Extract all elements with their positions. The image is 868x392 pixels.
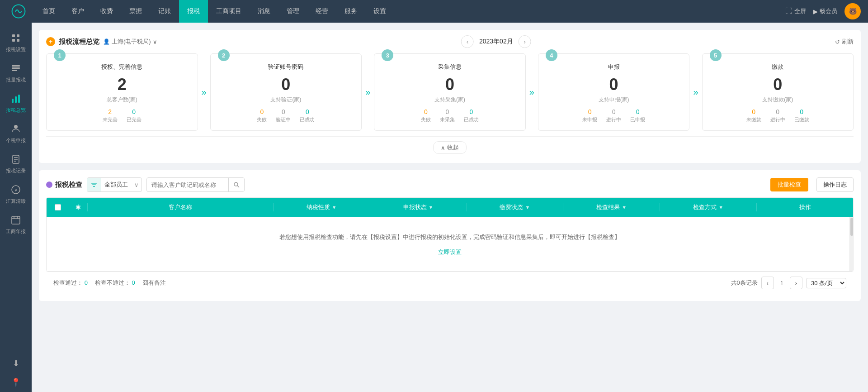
flow-card-1-sub: 总客户数(家) bbox=[54, 96, 190, 104]
search-button[interactable] bbox=[228, 178, 244, 191]
table-scrollbar[interactable] bbox=[849, 217, 853, 271]
flow-card-5-stats: 0 未缴款 0 进行中 0 已缴款 bbox=[710, 108, 846, 123]
svg-rect-2 bbox=[17, 34, 19, 37]
flow-card-5-stat-0[interactable]: 0 未缴款 bbox=[746, 108, 761, 123]
nav-business[interactable]: 工商项目 bbox=[208, 0, 250, 23]
flow-section-title: 报税流程总览 bbox=[59, 38, 99, 46]
search-input[interactable] bbox=[147, 182, 228, 188]
nav-service[interactable]: 服务 bbox=[336, 0, 365, 23]
employee-filter-chevron-icon[interactable]: ∨ bbox=[132, 178, 142, 191]
flow-card-3-stat-1[interactable]: 0 未采集 bbox=[440, 108, 455, 123]
nav-operation[interactable]: 经营 bbox=[307, 0, 336, 23]
sidebar-item-tax-settings[interactable]: 报税设置 bbox=[0, 27, 32, 57]
avatar[interactable]: 🐻 bbox=[844, 3, 861, 19]
flow-card-4-stat-2[interactable]: 0 已申报 bbox=[630, 108, 645, 123]
flow-card-4-stats: 0 未申报 0 进行中 0 已申报 bbox=[546, 108, 682, 123]
annual-report-icon bbox=[9, 214, 22, 226]
flow-card-4-badge: 4 bbox=[546, 49, 557, 61]
sidebar-bottom: ⬇ 📍 bbox=[0, 354, 32, 392]
flow-card-2-num: 0 bbox=[218, 75, 354, 94]
footer-note-badge: 囧有备注 bbox=[142, 279, 166, 287]
sidebar-item-annual-report[interactable]: 工商年报 bbox=[0, 209, 32, 239]
settlement-icon: ¥ bbox=[9, 183, 22, 196]
nav-client[interactable]: 客户 bbox=[63, 0, 92, 23]
download-icon: ⬇ bbox=[13, 359, 19, 368]
prev-month-btn[interactable]: ‹ bbox=[461, 35, 474, 48]
th-check-method[interactable]: 检查方式 ▼ bbox=[660, 203, 756, 211]
flow-card-1-stat-0[interactable]: 2 未完善 bbox=[103, 108, 118, 123]
next-month-btn[interactable]: › bbox=[519, 35, 531, 48]
table-body: 若您想使用报税检查功能，请先在【报税设置】中进行报税的初始化设置，完成密码验证和… bbox=[47, 217, 853, 271]
th-tax-nature[interactable]: 纳税性质 ▼ bbox=[273, 203, 370, 211]
flow-card-5-sub: 支持缴款(家) bbox=[710, 96, 846, 104]
flow-card-1-stat-1[interactable]: 0 已完善 bbox=[127, 108, 142, 123]
flow-card-3-sub: 支持采集(家) bbox=[382, 96, 518, 104]
sidebar-item-personal-tax[interactable]: 个税申报 bbox=[0, 118, 32, 148]
next-page-btn[interactable]: › bbox=[790, 277, 802, 289]
th-checkbox[interactable] bbox=[47, 204, 69, 210]
nav-message[interactable]: 消息 bbox=[250, 0, 278, 23]
table-header: 客户名称 纳税性质 ▼ 申报状态 ▼ 缴费状态 ▼ 检查结果 ▼ bbox=[47, 198, 853, 217]
play-icon: ▶ bbox=[813, 8, 818, 15]
nav-invoice[interactable]: 票据 bbox=[121, 0, 150, 23]
tax-settings-icon bbox=[9, 32, 22, 44]
sidebar-item-tax-overview[interactable]: 报税总览 bbox=[0, 88, 32, 118]
check-section-title: 报税检查 bbox=[46, 181, 82, 189]
svg-text:¥: ¥ bbox=[14, 188, 17, 192]
nav-settings[interactable]: 设置 bbox=[365, 0, 394, 23]
th-declare-status[interactable]: 申报状态 ▼ bbox=[370, 203, 467, 211]
flow-card-2-stat-0[interactable]: 0 失败 bbox=[257, 108, 267, 123]
sidebar-item-tax-record[interactable]: 报税记录 bbox=[0, 148, 32, 179]
op-log-button[interactable]: 操作日志 bbox=[816, 177, 854, 192]
per-page-select[interactable]: 30 条/页 50 条/页 100 条/页 bbox=[806, 278, 846, 288]
fullscreen-btn[interactable]: ⛶ 全屏 bbox=[785, 7, 806, 15]
logo bbox=[7, 0, 30, 23]
flow-card-5-stat-2[interactable]: 0 已缴款 bbox=[794, 108, 809, 123]
batch-check-button[interactable]: 批量检查 bbox=[770, 178, 808, 191]
th-pay-status[interactable]: 缴费状态 ▼ bbox=[467, 203, 563, 211]
refresh-btn[interactable]: ↺ 刷新 bbox=[835, 38, 854, 46]
flow-card-3-stat-0[interactable]: 0 失败 bbox=[421, 108, 431, 123]
flow-card-5-stat-1[interactable]: 0 进行中 bbox=[770, 108, 785, 123]
setup-link[interactable]: 立即设置 bbox=[438, 248, 462, 256]
flow-arrow-1: » bbox=[198, 53, 210, 131]
sidebar-item-settlement[interactable]: ¥ 汇算清缴 bbox=[0, 179, 32, 209]
flow-card-2-stat-1[interactable]: 0 验证中 bbox=[276, 108, 291, 123]
flow-card-5: 5 缴款 0 支持缴款(家) 0 未缴款 0 进行中 0 已缴款 bbox=[702, 53, 854, 131]
collapse-icon: ∧ bbox=[441, 144, 445, 151]
th-gear[interactable] bbox=[69, 204, 87, 211]
sidebar-bottom-location[interactable]: 📍 bbox=[0, 373, 32, 392]
flow-arrow-4: » bbox=[689, 53, 702, 131]
nav-accounting[interactable]: 记账 bbox=[150, 0, 179, 23]
check-table: 客户名称 纳税性质 ▼ 申报状态 ▼ 缴费状态 ▼ 检查结果 ▼ bbox=[46, 197, 854, 272]
th-check-result[interactable]: 检查结果 ▼ bbox=[563, 203, 660, 211]
select-all-checkbox[interactable] bbox=[55, 204, 61, 210]
flow-card-4-stat-1[interactable]: 0 进行中 bbox=[606, 108, 621, 123]
flow-card-2-stat-2[interactable]: 0 已成功 bbox=[300, 108, 315, 123]
location-tag[interactable]: 👤 上海(电子税局) ∨ bbox=[103, 38, 157, 46]
nav-fees[interactable]: 收费 bbox=[92, 0, 121, 23]
prev-page-btn[interactable]: ‹ bbox=[761, 277, 774, 289]
employee-filter[interactable]: 全部员工 ∨ bbox=[87, 177, 142, 192]
svg-rect-22 bbox=[91, 183, 97, 184]
sidebar-bottom-download[interactable]: ⬇ bbox=[0, 354, 32, 373]
nav-home[interactable]: 首页 bbox=[34, 0, 63, 23]
flow-card-3-stat-2[interactable]: 0 已成功 bbox=[464, 108, 479, 123]
svg-rect-7 bbox=[12, 70, 17, 71]
employee-filter-text: 全部员工 bbox=[101, 178, 132, 191]
batch-tax-icon bbox=[9, 62, 22, 75]
membership-btn[interactable]: ▶ 畅会员 bbox=[813, 7, 837, 15]
svg-rect-10 bbox=[18, 95, 20, 103]
flow-card-2-sub: 支持验证(家) bbox=[218, 96, 354, 104]
nav-items: 首页 客户 收费 票据 记账 报税 工商项目 消息 管理 经营 服务 设置 bbox=[34, 0, 785, 23]
search-box bbox=[146, 177, 245, 192]
pass-count-link[interactable]: 0 bbox=[85, 279, 88, 286]
sidebar-item-batch-tax[interactable]: 批量报税 bbox=[0, 57, 32, 88]
flow-card-4-stat-0[interactable]: 0 未申报 bbox=[582, 108, 597, 123]
collapse-btn[interactable]: ∧ 收起 bbox=[433, 141, 467, 154]
fail-count-link[interactable]: 0 bbox=[132, 279, 135, 286]
nav-tax[interactable]: 报税 bbox=[179, 0, 208, 23]
location-chevron-icon: ∨ bbox=[153, 38, 157, 45]
table-footer: 检查通过： 0 检查不通过： 0 囧有备注 共0条记录 ‹ 1 › 30 条/页… bbox=[46, 272, 854, 294]
nav-manage[interactable]: 管理 bbox=[278, 0, 307, 23]
